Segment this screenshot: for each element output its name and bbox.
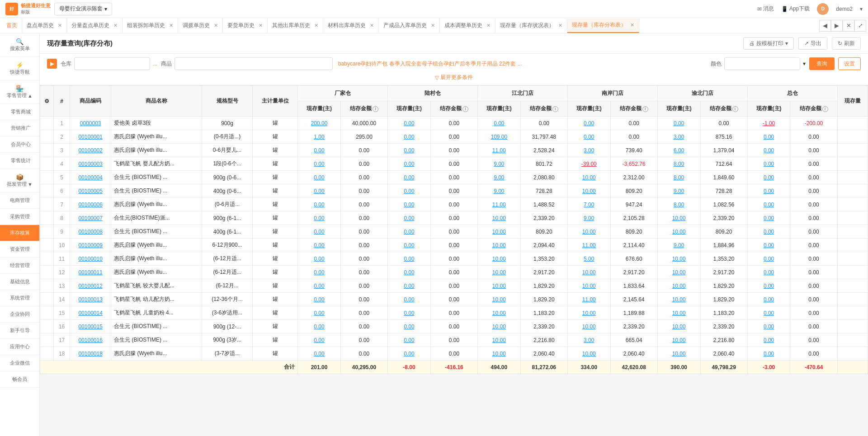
cell-gear <box>40 293 54 306</box>
sidebar-item-retail-stats[interactable]: 零售统计 <box>0 153 39 169</box>
sidebar-item-retail-mall[interactable]: 零售商城 <box>0 104 39 120</box>
tab-close-1[interactable]: ✕ <box>58 23 62 28</box>
tab-close-5[interactable]: ✕ <box>259 23 263 28</box>
cell-l-amt: 0.00 <box>430 117 477 130</box>
cell-l-amt: 0.00 <box>430 266 477 279</box>
tab-close-3[interactable]: ✕ <box>169 23 173 28</box>
setting-btn[interactable]: 设置 <box>838 57 861 70</box>
message-btn[interactable]: ✉ 消息 <box>757 5 774 13</box>
print-btn[interactable]: 🖨 按模板打印 ▾ <box>743 37 794 50</box>
tab-close-10[interactable]: ✕ <box>558 23 562 28</box>
cell-gear <box>40 333 54 347</box>
expand-row: ▽ 展开更多条件 <box>47 72 861 81</box>
cell-now <box>837 184 868 198</box>
tab-next-btn[interactable]: ▶ <box>831 20 843 32</box>
tab-2[interactable]: 分量盘点单历史 ✕ <box>67 19 123 33</box>
cell-na-stock: 10.00 <box>567 266 610 279</box>
tab-7[interactable]: 材料出库单历史 ✕ <box>323 19 379 33</box>
sidebar-item-finance[interactable]: 资金管理 <box>0 241 39 258</box>
export-btn[interactable]: ↗ 导出 <box>798 37 827 50</box>
cell-spec: (6-12月适... <box>202 252 253 266</box>
f-amt-info[interactable]: i <box>373 106 378 112</box>
warehouse-more-icon[interactable]: ... <box>153 61 157 67</box>
user-avatar[interactable]: D <box>817 3 829 15</box>
tab-close-9[interactable]: ✕ <box>486 23 491 28</box>
tab-9[interactable]: 成本调整单历史 ✕ <box>440 19 495 33</box>
cell-jb-stock: 9.00 <box>478 184 521 198</box>
tab-close-2[interactable]: ✕ <box>113 23 118 28</box>
yb-amt-info[interactable]: i <box>732 106 738 112</box>
tab-3[interactable]: 组装拆卸单历史 ✕ <box>123 19 178 33</box>
sidebar-item-operations[interactable]: 经营管理 <box>0 258 39 274</box>
cell-tot-stock: 0.00 <box>747 184 790 198</box>
tab-close-6[interactable]: ✕ <box>314 23 318 28</box>
sidebar-item-guide[interactable]: 新手引导 <box>0 323 39 339</box>
cell-idx: 2 <box>54 130 70 144</box>
tab-6[interactable]: 其他出库单历史 ✕ <box>268 19 323 33</box>
sidebar-item-basic-info[interactable]: 基础信息 <box>0 274 39 290</box>
product-input[interactable] <box>175 57 333 70</box>
cell-idx: 7 <box>54 198 70 211</box>
th-gear[interactable]: ⚙ <box>40 86 54 117</box>
cell-na-amt: 1,833.64 <box>610 279 657 293</box>
filter-color: 颜色 ▾ <box>711 57 806 70</box>
sidebar-item-wholesale[interactable]: 📦 批发管理 ▼ <box>0 169 39 192</box>
sidebar-item-member2[interactable]: 畅会员 <box>0 371 39 388</box>
table-row: 12 00100011 惠氏启朦 (Wyeth illu... (6-12月适.… <box>40 266 868 279</box>
tab-close-11[interactable]: ✕ <box>630 22 634 28</box>
cell-na-stock: 0.00 <box>567 130 610 144</box>
cell-now <box>837 279 868 293</box>
message-icon: ✉ <box>757 6 762 12</box>
cell-jb-stock: 0.00 <box>478 117 521 130</box>
sidebar-item-search[interactable]: 🔍 搜索英单 <box>0 33 39 57</box>
expand-conditions-btn[interactable]: ▽ 展开更多条件 <box>435 74 473 81</box>
na-amt-info[interactable]: i <box>642 106 648 112</box>
sidebar-item-ecommerce[interactable]: 电商管理 <box>0 192 39 209</box>
sidebar-item-inventory[interactable]: 库存核算 <box>0 225 39 241</box>
tab-close-4[interactable]: ✕ <box>214 23 218 28</box>
th-nanan: 南岸门店 <box>567 86 657 101</box>
sidebar-item-marketing[interactable]: 营销推广 <box>0 120 39 136</box>
tab-11[interactable]: 现存量（库存分布表） ✕ <box>567 19 639 33</box>
tab-close-8[interactable]: ✕ <box>431 23 435 28</box>
username[interactable]: demo2 <box>836 6 853 12</box>
l-amt-info[interactable]: i <box>462 106 468 112</box>
tab-home[interactable]: 首页 <box>2 19 22 33</box>
inventory-table: ⚙ # 商品编码 商品名称 规格型号 主计量单位 厂家仓 陆村仓 江北门店 南岸… <box>40 85 868 374</box>
color-input[interactable] <box>724 57 800 70</box>
query-btn[interactable]: 查询 <box>809 57 835 70</box>
sidebar-item-app-center[interactable]: 应用中心 <box>0 339 39 355</box>
cell-spec: (6-12月适... <box>202 266 253 279</box>
refresh-btn[interactable]: ↻ 刷新 <box>832 37 861 50</box>
tab-prev-btn[interactable]: ◀ <box>819 20 831 32</box>
sidebar-item-member[interactable]: 会员中心 <box>0 136 39 153</box>
cell-now <box>837 347 868 361</box>
cell-code: 00100009 <box>70 239 111 252</box>
sidebar-item-system[interactable]: 系统管理 <box>0 290 39 306</box>
tab-close-all-btn[interactable]: ✕ <box>843 20 854 32</box>
jb-amt-info[interactable]: i <box>552 106 558 112</box>
sidebar-item-wechat[interactable]: 企业微信 <box>0 355 39 371</box>
tab-close-7[interactable]: ✕ <box>370 23 374 28</box>
sidebar-item-retail-mgmt[interactable]: 🏪 零售管理 ▲ <box>0 80 39 104</box>
sidebar-item-enterprise[interactable]: 企业协同 <box>0 306 39 323</box>
cell-now <box>837 211 868 225</box>
warehouse-input[interactable] <box>74 57 150 70</box>
collapse-btn[interactable]: ▶ <box>47 59 57 69</box>
tab-10[interactable]: 现存量（库存状况表） ✕ <box>495 19 567 33</box>
color-dropdown-arrow[interactable]: ▾ <box>803 61 806 67</box>
cell-name: 合生元 (BIOSTIME) ... <box>111 320 202 333</box>
tab-expand-btn[interactable]: ⤢ <box>854 20 866 32</box>
table-row: 7 00100006 惠氏启朦 (Wyeth illu... (0-6月适...… <box>40 198 868 211</box>
sidebar-item-quicknav[interactable]: ⚡ 快捷导航 <box>0 57 39 80</box>
app-download-btn[interactable]: 📱 App下载 <box>781 5 810 13</box>
tot-amt-info[interactable]: i <box>822 106 828 112</box>
cell-unit: 罐 <box>253 239 298 252</box>
tab-5[interactable]: 要货单历史 ✕ <box>223 19 268 33</box>
sidebar-item-purchase[interactable]: 采购管理 <box>0 209 39 225</box>
tab-1[interactable]: 盘点单历史 ✕ <box>22 19 67 33</box>
cell-yb-amt: 1,849.60 <box>700 171 747 184</box>
industry-selector[interactable]: 母婴行业演示陈套 ▾ <box>54 3 112 15</box>
tab-8[interactable]: 产成品入库单历史 ✕ <box>379 19 440 33</box>
tab-4[interactable]: 调拨单历史 ✕ <box>178 19 223 33</box>
